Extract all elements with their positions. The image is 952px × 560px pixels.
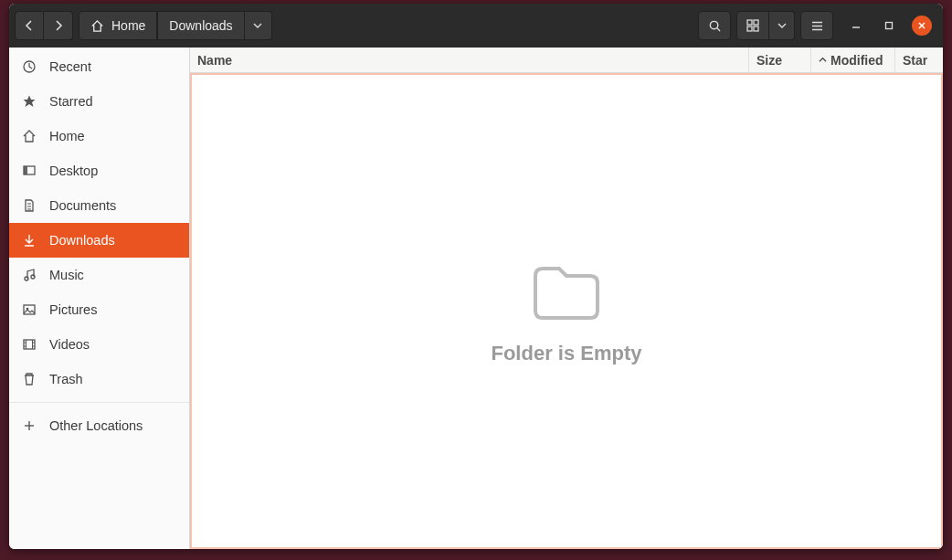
plus-icon bbox=[22, 418, 38, 433]
svg-point-19 bbox=[25, 277, 28, 280]
path-segment-current[interactable]: Downloads bbox=[157, 11, 244, 40]
empty-folder-icon bbox=[528, 258, 605, 325]
sidebar-separator bbox=[9, 402, 189, 403]
column-header-star[interactable]: Star bbox=[895, 48, 943, 72]
sidebar-item-label: Other Locations bbox=[49, 418, 143, 433]
svg-point-0 bbox=[710, 21, 717, 28]
main-pane: Name Size Modified Star bbox=[190, 48, 943, 549]
nav-group bbox=[15, 11, 73, 40]
svg-rect-4 bbox=[747, 26, 752, 31]
chevron-left-icon bbox=[24, 20, 35, 31]
sidebar-item-music[interactable]: Music bbox=[9, 258, 189, 292]
empty-folder-text: Folder is Empty bbox=[491, 342, 641, 365]
search-icon bbox=[708, 19, 722, 33]
svg-point-20 bbox=[31, 275, 35, 279]
pictures-icon bbox=[22, 302, 38, 317]
sidebar-item-starred[interactable]: Starred bbox=[9, 84, 189, 119]
minimize-button[interactable] bbox=[846, 16, 866, 36]
column-label: Name bbox=[197, 53, 232, 68]
chevron-right-icon bbox=[53, 20, 64, 31]
star-icon bbox=[22, 94, 38, 109]
sidebar-item-label: Pictures bbox=[49, 302, 97, 317]
column-header-size[interactable]: Size bbox=[749, 48, 811, 72]
sidebar-item-videos[interactable]: Videos bbox=[9, 327, 189, 362]
search-button[interactable] bbox=[698, 11, 731, 40]
clock-icon bbox=[22, 59, 38, 74]
caret-down-icon bbox=[777, 21, 787, 30]
path-segment-home[interactable]: Home bbox=[79, 11, 157, 40]
desktop-icon bbox=[22, 164, 38, 178]
sidebar-item-pictures[interactable]: Pictures bbox=[9, 292, 189, 327]
view-options-button[interactable] bbox=[769, 11, 795, 40]
music-icon bbox=[22, 268, 38, 282]
home-icon bbox=[22, 129, 38, 143]
maximize-button[interactable] bbox=[879, 16, 899, 36]
trash-icon bbox=[22, 372, 38, 386]
column-header-name[interactable]: Name bbox=[190, 48, 749, 72]
sidebar-item-downloads[interactable]: Downloads bbox=[9, 223, 189, 258]
column-label: Modified bbox=[830, 53, 883, 68]
svg-line-1 bbox=[716, 27, 719, 30]
sidebar: Recent Starred Home Desktop bbox=[9, 48, 190, 549]
videos-icon bbox=[22, 337, 38, 352]
maximize-icon bbox=[884, 21, 894, 30]
sidebar-item-trash[interactable]: Trash bbox=[9, 362, 189, 396]
home-icon bbox=[90, 19, 104, 33]
body: Recent Starred Home Desktop bbox=[9, 48, 943, 549]
sort-ascending-icon bbox=[819, 56, 827, 64]
svg-rect-10 bbox=[886, 23, 893, 29]
svg-rect-2 bbox=[747, 20, 752, 25]
column-label: Size bbox=[756, 53, 782, 68]
sidebar-item-label: Videos bbox=[49, 337, 90, 352]
sidebar-item-home[interactable]: Home bbox=[9, 119, 189, 153]
view-switcher bbox=[736, 11, 795, 40]
sidebar-item-recent[interactable]: Recent bbox=[9, 49, 189, 84]
download-icon bbox=[22, 233, 38, 248]
hamburger-menu-button[interactable] bbox=[800, 11, 833, 40]
file-manager-window: Home Downloads bbox=[9, 4, 943, 549]
svg-rect-3 bbox=[754, 20, 758, 25]
sidebar-item-label: Trash bbox=[49, 372, 83, 386]
path-segment-label: Home bbox=[111, 18, 145, 33]
column-headers: Name Size Modified Star bbox=[190, 48, 943, 73]
documents-icon bbox=[22, 198, 38, 213]
column-header-modified[interactable]: Modified bbox=[811, 48, 895, 72]
forward-button[interactable] bbox=[44, 11, 73, 40]
sidebar-item-label: Desktop bbox=[49, 164, 98, 178]
grid-icon bbox=[746, 19, 759, 32]
svg-rect-5 bbox=[754, 26, 758, 31]
titlebar: Home Downloads bbox=[9, 4, 943, 48]
sidebar-item-documents[interactable]: Documents bbox=[9, 188, 189, 223]
sidebar-item-label: Music bbox=[49, 268, 84, 282]
sidebar-item-label: Documents bbox=[49, 198, 116, 213]
close-icon bbox=[917, 21, 926, 30]
sidebar-item-label: Starred bbox=[49, 94, 93, 109]
grid-view-button[interactable] bbox=[736, 11, 769, 40]
svg-rect-21 bbox=[24, 305, 35, 314]
folder-content-area[interactable]: Folder is Empty bbox=[190, 73, 943, 549]
minimize-icon bbox=[852, 21, 861, 30]
column-label: Star bbox=[903, 53, 927, 68]
sidebar-item-label: Downloads bbox=[49, 233, 115, 248]
sidebar-item-desktop[interactable]: Desktop bbox=[9, 153, 189, 188]
hamburger-icon bbox=[810, 19, 824, 33]
sidebar-item-other-locations[interactable]: Other Locations bbox=[9, 408, 189, 443]
path-segment-label: Downloads bbox=[169, 18, 232, 33]
sidebar-item-label: Recent bbox=[49, 59, 91, 74]
path-bar: Home Downloads bbox=[79, 11, 272, 40]
close-button[interactable] bbox=[912, 16, 932, 36]
window-controls bbox=[846, 16, 932, 36]
svg-rect-15 bbox=[24, 166, 27, 174]
path-dropdown-button[interactable] bbox=[245, 11, 272, 40]
back-button[interactable] bbox=[15, 11, 44, 40]
sidebar-item-label: Home bbox=[49, 129, 85, 143]
svg-rect-23 bbox=[24, 340, 35, 349]
caret-down-icon bbox=[253, 21, 262, 30]
